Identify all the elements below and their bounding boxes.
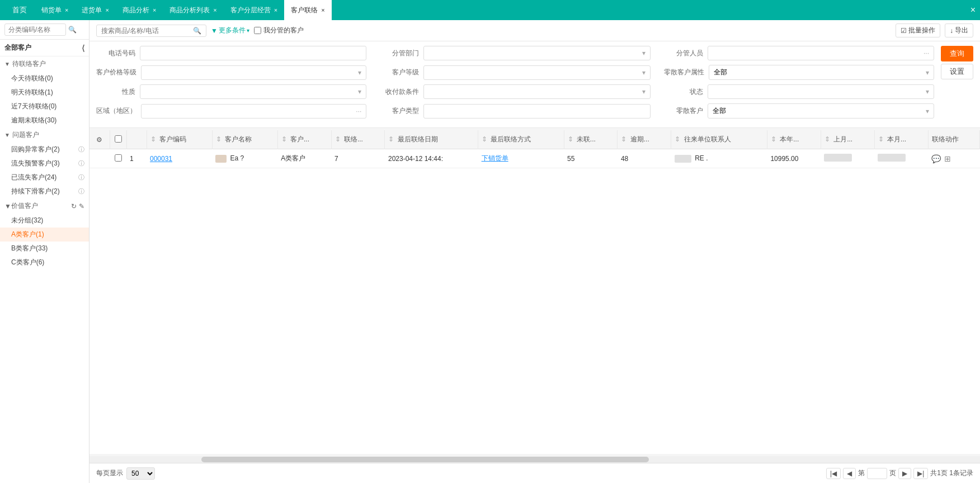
edit-icon[interactable]: ✎ bbox=[79, 202, 84, 210]
company-contact-placeholder bbox=[675, 155, 691, 163]
sidebar-search-icon[interactable]: 🔍 bbox=[68, 26, 77, 34]
col-customer-type[interactable]: ⇕ 客户... bbox=[277, 130, 331, 149]
sidebar-item-today[interactable]: 今天待联络(0) bbox=[0, 72, 89, 86]
customer-level-select[interactable]: ▾ bbox=[423, 65, 650, 80]
next-page-button[interactable]: ▶ bbox=[898, 468, 911, 479]
action-buttons: 查询 设置 bbox=[941, 46, 973, 123]
prev-page-button[interactable]: ◀ bbox=[843, 468, 856, 479]
tab-product-analysis[interactable]: 商品分析 × bbox=[116, 0, 163, 20]
retail-select[interactable]: 全部 ▾ bbox=[708, 103, 934, 119]
filter-search-input[interactable] bbox=[101, 27, 191, 35]
value-group-header[interactable]: ▼ 价值客户 ↻ ✎ bbox=[0, 198, 89, 214]
sidebar-all-customers[interactable]: 全部客户 ⟨ bbox=[0, 40, 89, 56]
sidebar-item-class-c[interactable]: C类客户(6) bbox=[0, 255, 89, 269]
col-resize-tm-icon: ⇕ bbox=[878, 135, 884, 143]
status-label: 状态 bbox=[664, 87, 703, 97]
global-close-button[interactable]: × bbox=[970, 5, 976, 15]
query-button[interactable]: 查询 bbox=[941, 46, 973, 61]
page-number-input[interactable]: 1 bbox=[867, 468, 887, 479]
col-customer-name[interactable]: ⇕ 客户名称 bbox=[212, 130, 277, 149]
tab-sales[interactable]: 销货单 × bbox=[35, 0, 75, 20]
close-customer-layer-tab[interactable]: × bbox=[274, 7, 277, 13]
sidebar-item-class-a[interactable]: A类客户(1) bbox=[0, 228, 89, 242]
dept-select[interactable]: ▾ bbox=[423, 46, 650, 60]
close-customer-contact-tab[interactable]: × bbox=[321, 7, 324, 13]
close-purchase-tab[interactable]: × bbox=[105, 7, 109, 13]
col-gear[interactable]: ⚙ bbox=[89, 130, 110, 149]
sidebar-item-overdue[interactable]: 逾期未联络(30) bbox=[0, 113, 89, 127]
row-company-contact: RE . bbox=[671, 149, 767, 168]
content-area: 🔍 ▼ 更多条件 ▾ 我分管的客户 ☑ 批量操作 ↓ 导出 bbox=[89, 20, 980, 483]
area-dots-icon[interactable]: ··· bbox=[356, 107, 361, 115]
col-last-month[interactable]: ⇕ 上月... bbox=[821, 130, 874, 149]
tab-customer-layer[interactable]: 客户分层经营 × bbox=[224, 0, 284, 20]
pending-triangle-icon: ▼ bbox=[4, 61, 10, 67]
main-layout: 🔍 全部客户 ⟨ ▼ 待联络客户 今天待联络(0) 明天待联络(1) 近7天待联… bbox=[0, 20, 980, 483]
filter-search-icon[interactable]: 🔍 bbox=[193, 27, 201, 35]
person-input[interactable]: ··· bbox=[708, 46, 934, 60]
problem-group-header[interactable]: ▼ 问题客户 bbox=[0, 127, 89, 143]
select-all-checkbox[interactable] bbox=[115, 135, 122, 143]
row-checkbox[interactable] bbox=[115, 154, 122, 162]
page-end-label: 页 bbox=[889, 468, 896, 478]
retail-attr-select[interactable]: 全部 ▾ bbox=[709, 65, 934, 80]
tab-product-analysis-list[interactable]: 商品分析列表 × bbox=[163, 0, 223, 20]
export-button[interactable]: ↓ 导出 bbox=[945, 23, 973, 37]
batch-op-button[interactable]: ☑ 批量操作 bbox=[896, 23, 940, 37]
col-not-contacted[interactable]: ⇕ 未联... bbox=[564, 130, 618, 149]
col-customer-code[interactable]: ⇕ 客户编码 bbox=[147, 130, 212, 149]
col-last-contact-method[interactable]: ⇕ 最后联络方式 bbox=[478, 130, 564, 149]
scrollbar-thumb[interactable] bbox=[201, 457, 649, 462]
sidebar-item-repurchase-abnormal[interactable]: 回购异常客户(2) ⓘ bbox=[0, 143, 89, 157]
sidebar-item-declining[interactable]: 持续下滑客户(2) ⓘ bbox=[0, 184, 89, 198]
condition-retail-attr: 零散客户属性 全部 ▾ bbox=[664, 65, 934, 80]
payment-select[interactable]: ▾ bbox=[423, 84, 650, 99]
row-customer-code[interactable]: 000031 bbox=[147, 149, 212, 168]
tab-purchase[interactable]: 进货单 × bbox=[75, 0, 115, 20]
sidebar-item-class-b[interactable]: B类客户(33) bbox=[0, 242, 89, 255]
grid-icon[interactable]: ⊞ bbox=[944, 154, 951, 163]
close-sales-tab[interactable]: × bbox=[65, 7, 68, 13]
close-product-list-tab[interactable]: × bbox=[213, 7, 216, 13]
col-overdue[interactable]: ⇕ 逾期... bbox=[618, 130, 671, 149]
col-company-contact[interactable]: ⇕ 往来单位联系人 bbox=[671, 130, 767, 149]
settings-button[interactable]: 设置 bbox=[941, 64, 973, 79]
sidebar-item-churn-warning[interactable]: 流失预警客户(3) ⓘ bbox=[0, 157, 89, 171]
pending-group-header[interactable]: ▼ 待联络客户 bbox=[0, 56, 89, 72]
price-level-select[interactable]: ▾ bbox=[141, 65, 366, 80]
row-this-month bbox=[874, 149, 928, 168]
row-not-contacted: 55 bbox=[564, 149, 618, 168]
sidebar-search-input[interactable] bbox=[4, 23, 66, 36]
col-last-contact-date[interactable]: ⇕ 最后联络日期 bbox=[385, 130, 478, 149]
sidebar-item-tomorrow[interactable]: 明天待联络(1) bbox=[0, 86, 89, 100]
row-customer-name: Ea ? bbox=[212, 149, 277, 168]
person-dots-icon[interactable]: ··· bbox=[924, 49, 929, 57]
area-select[interactable]: ··· bbox=[141, 104, 366, 119]
home-tab[interactable]: 首页 bbox=[4, 5, 35, 15]
chat-icon[interactable]: 💬 bbox=[931, 154, 941, 163]
col-contact[interactable]: ⇕ 联络... bbox=[331, 130, 385, 149]
per-page-select[interactable]: 10 20 50 100 bbox=[126, 467, 155, 480]
phone-input[interactable] bbox=[140, 46, 366, 60]
conditions-row-2: 客户价格等级 ▾ 客户等级 ▾ bbox=[96, 65, 934, 80]
sidebar-item-unclassified[interactable]: 未分组(32) bbox=[0, 214, 89, 228]
retail-chevron-icon: ▾ bbox=[926, 107, 929, 115]
customer-type-input[interactable] bbox=[423, 104, 650, 119]
my-customers-checkbox-label[interactable]: 我分管的客户 bbox=[254, 26, 304, 35]
refresh-icon[interactable]: ↻ bbox=[71, 202, 77, 210]
status-select[interactable]: ▾ bbox=[708, 84, 934, 99]
more-conditions-button[interactable]: ▼ 更多条件 ▾ bbox=[211, 26, 249, 35]
horizontal-scrollbar[interactable] bbox=[89, 456, 980, 463]
first-page-button[interactable]: |◀ bbox=[826, 468, 841, 479]
close-product-analysis-tab[interactable]: × bbox=[153, 7, 156, 13]
sidebar-item-7days[interactable]: 近7天待联络(0) bbox=[0, 100, 89, 113]
sidebar-item-churned[interactable]: 已流失客户(24) ⓘ bbox=[0, 171, 89, 184]
col-this-year[interactable]: ⇕ 本年... bbox=[767, 130, 821, 149]
nature-select[interactable]: ▾ bbox=[140, 84, 366, 99]
payment-chevron-icon: ▾ bbox=[642, 88, 646, 96]
export-icon: ↓ bbox=[950, 27, 953, 35]
last-page-button[interactable]: ▶| bbox=[913, 468, 928, 479]
tab-customer-contact[interactable]: 客户联络 × bbox=[284, 0, 331, 20]
my-customers-checkbox[interactable] bbox=[254, 27, 261, 34]
col-this-month[interactable]: ⇕ 本月... bbox=[874, 130, 928, 149]
